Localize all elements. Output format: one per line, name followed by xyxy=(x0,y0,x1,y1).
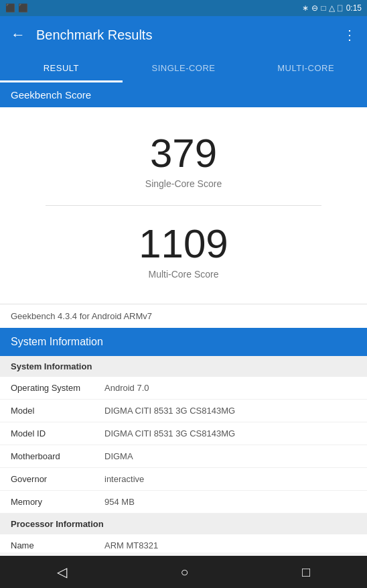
info-table: System Information Operating System Andr… xyxy=(0,356,367,552)
single-core-score-label: Single-Core Score xyxy=(145,178,222,189)
table-row: Operating System Android 7.0 xyxy=(0,377,367,400)
row-key: Operating System xyxy=(11,383,104,393)
row-key: Governor xyxy=(11,474,104,484)
row-value: interactive xyxy=(104,474,356,484)
status-bar-right: ∗ ⊖ □ △ ⎕ 0:15 xyxy=(302,3,362,13)
row-key: Memory xyxy=(11,497,104,507)
scores-area: 379 Single-Core Score 1109 Multi-Core Sc… xyxy=(0,107,367,304)
wifi-signal-icon: □ xyxy=(321,3,325,13)
app-bar: ← Benchmark Results ⋮ xyxy=(0,16,367,54)
system-info-header: System Information xyxy=(0,328,367,356)
app-icon-1: ⬛ xyxy=(5,3,15,13)
signal-icon: ⊖ xyxy=(311,3,318,13)
more-options-button[interactable]: ⋮ xyxy=(343,27,356,43)
wifi-icon: △ xyxy=(329,3,335,13)
row-value: 954 MB xyxy=(104,497,356,507)
back-button[interactable]: ← xyxy=(11,26,25,44)
section-label-system: System Information xyxy=(0,356,367,377)
tab-single-core[interactable]: SINGLE-CORE xyxy=(123,54,245,82)
version-text: Geekbench 4.3.4 for Android ARMv7 xyxy=(0,304,367,328)
nav-back-button[interactable]: ◁ xyxy=(57,564,67,580)
nav-recent-button[interactable]: □ xyxy=(302,565,310,580)
tab-multi-core[interactable]: MULTI-CORE xyxy=(244,54,367,82)
battery-icon: ⎕ xyxy=(338,3,342,13)
multi-core-score-block: 1109 Multi-Core Score xyxy=(11,211,356,290)
row-key: Model xyxy=(11,406,104,416)
bottom-navigation: ◁ ○ □ xyxy=(0,556,367,588)
row-key: Name xyxy=(11,540,104,550)
table-row: Motherboard DIGMA xyxy=(0,445,367,468)
row-value: DIGMA CITI 8531 3G CS8143MG xyxy=(104,428,356,438)
multi-core-score-label: Multi-Core Score xyxy=(148,269,218,280)
status-time: 0:15 xyxy=(346,3,362,13)
row-value: Android 7.0 xyxy=(104,383,356,393)
app-icon-2: ⬛ xyxy=(18,3,28,13)
content-area: Geekbench Score 379 Single-Core Score 11… xyxy=(0,82,367,552)
tab-result[interactable]: RESULT xyxy=(0,54,123,82)
table-row: Name ARM MT8321 xyxy=(0,534,367,552)
bluetooth-icon: ∗ xyxy=(302,3,309,13)
geekbench-header: Geekbench Score xyxy=(0,82,367,107)
row-value: DIGMA xyxy=(104,451,356,461)
score-divider xyxy=(46,205,322,206)
single-core-score-value: 379 xyxy=(150,131,217,176)
table-row: Memory 954 MB xyxy=(0,491,367,514)
multi-core-score-value: 1109 xyxy=(139,222,228,266)
tabs-bar: RESULT SINGLE-CORE MULTI-CORE xyxy=(0,54,367,82)
table-row: Governor interactive xyxy=(0,468,367,491)
single-core-score-block: 379 Single-Core Score xyxy=(11,121,356,200)
section-label-processor: Processor Information xyxy=(0,514,367,534)
status-bar-left: ⬛ ⬛ xyxy=(5,3,28,13)
row-value: ARM MT8321 xyxy=(104,540,356,550)
row-key: Motherboard xyxy=(11,451,104,461)
table-row: Model ID DIGMA CITI 8531 3G CS8143MG xyxy=(0,422,367,445)
row-key: Model ID xyxy=(11,428,104,438)
row-value: DIGMA CITI 8531 3G CS8143MG xyxy=(104,406,356,416)
page-title: Benchmark Results xyxy=(36,27,332,43)
table-row: Model DIGMA CITI 8531 3G CS8143MG xyxy=(0,400,367,422)
status-bar: ⬛ ⬛ ∗ ⊖ □ △ ⎕ 0:15 xyxy=(0,0,367,16)
nav-home-button[interactable]: ○ xyxy=(180,565,188,580)
